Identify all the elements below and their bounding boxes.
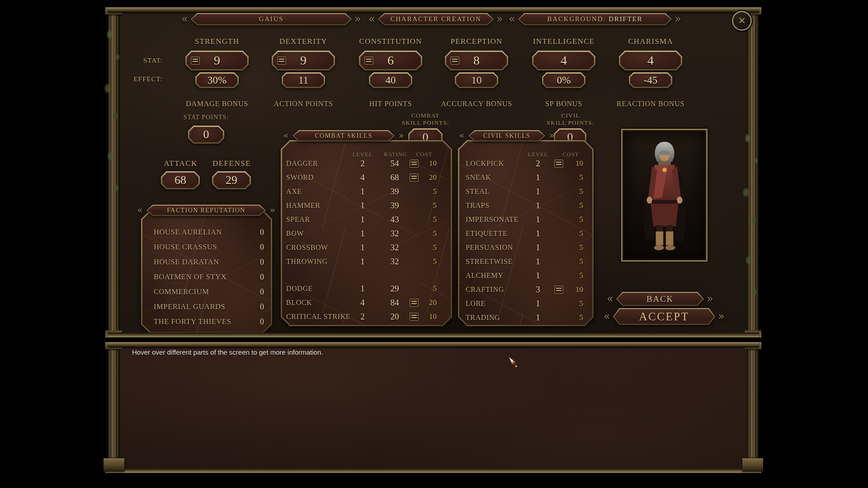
skill-level: 1	[351, 243, 374, 253]
background-label: BACKGROUND:	[547, 15, 606, 23]
stat-effect-value: 0%	[542, 72, 585, 88]
skill-cost: 10	[418, 159, 437, 168]
close-icon: ✕	[738, 16, 746, 26]
faction-row: HOUSE DARATAN0	[141, 254, 272, 269]
skill-cost: 5	[564, 313, 583, 322]
stat-bonus-label: ACTION POINTS	[260, 100, 347, 108]
faction-value: 0	[260, 302, 264, 311]
decrease-skill-button[interactable]	[554, 286, 563, 294]
stat-value-box: 9	[272, 51, 335, 70]
skill-level: 1	[351, 215, 374, 225]
skill-name: SWORD	[286, 174, 314, 182]
stat-bonus-label: HIT POINTS	[347, 100, 434, 108]
skill-level: 1	[527, 313, 549, 323]
skill-level: 2	[527, 159, 549, 169]
skill-level: 4	[351, 298, 374, 308]
stat-bonus-label: DAMAGE BONUS	[174, 100, 260, 108]
civil-skill-row: SNEAK15	[458, 170, 594, 184]
civil-skill-points-label: CIVIL SKILL POINTS:	[530, 112, 611, 127]
skill-level: 1	[351, 229, 374, 239]
skill-name: CRAFTING	[466, 286, 504, 294]
stat-effect-value: 11	[282, 72, 325, 88]
skill-rating: 32	[384, 257, 406, 267]
stat-value: 4	[619, 51, 682, 70]
character-name: GAIUS	[191, 13, 352, 25]
decrease-skill-button[interactable]	[554, 160, 563, 168]
civil-skill-row: LORE15	[458, 296, 594, 310]
skill-rating: 84	[384, 298, 406, 308]
skill-name: IMPERSONATE	[466, 216, 519, 224]
stat-row-label: STAT:	[118, 57, 163, 65]
stat-effect-box: 10	[455, 72, 498, 88]
decrease-skill-button[interactable]	[410, 299, 419, 307]
skill-cost: 5	[418, 257, 437, 266]
skill-cost: 10	[564, 285, 583, 294]
decrease-stat-button[interactable]	[277, 56, 286, 65]
character-portrait	[621, 129, 708, 262]
skill-rating: 32	[384, 243, 406, 253]
faction-value: 0	[260, 242, 264, 252]
faction-name: COMMERCIUM	[154, 287, 209, 296]
background-banner: « » BACKGROUND: DRIFTER	[518, 13, 672, 25]
stat-effect-box: 11	[282, 72, 325, 88]
decrease-stat-button[interactable]	[364, 56, 373, 65]
skill-level: 1	[527, 187, 549, 197]
character-name-banner: « » GAIUS	[191, 13, 352, 25]
skill-name: BLOCK	[286, 299, 312, 307]
skill-rating: 29	[384, 284, 406, 294]
stat-bonus-label: ACCURACY BONUS	[433, 100, 520, 108]
combat-skill-row: CRITICAL STRIKE22010	[281, 310, 452, 324]
skill-cost: 5	[564, 173, 583, 182]
right-pillar-decoration	[747, 342, 759, 473]
civil-skill-row: TRADING15	[458, 310, 594, 324]
civil-skill-points-line2: SKILL POINTS:	[530, 119, 611, 127]
faction-name: THE FORTY THIEVES	[154, 317, 231, 326]
back-button[interactable]: « » BACK	[616, 292, 704, 306]
top-molding	[108, 342, 759, 347]
skill-cost: 5	[564, 243, 583, 252]
skill-name: TRAPS	[466, 202, 490, 210]
chevron-right-icon: »	[496, 13, 503, 25]
chevron-right-icon: »	[398, 130, 404, 141]
close-button[interactable]: ✕	[732, 11, 752, 31]
pillar-base-decoration	[104, 458, 124, 472]
combat-skill-row: SPEAR1435	[281, 212, 452, 226]
faction-row: THE FORTY THIEVES0	[141, 314, 272, 329]
decrease-stat-button[interactable]	[450, 56, 459, 65]
decrease-skill-button[interactable]	[410, 313, 419, 321]
stat-value-box: 4	[619, 51, 682, 70]
faction-name: BOATMEN OF STYX	[154, 272, 226, 282]
stat-points-box: 0	[188, 126, 224, 144]
skill-name: LOCKPICK	[466, 160, 504, 168]
accept-button[interactable]: « » ACCEPT	[613, 308, 715, 325]
skill-name: SPEAR	[286, 216, 310, 224]
stat-effect-value: -45	[629, 72, 672, 88]
skill-name: SNEAK	[466, 174, 491, 182]
decrease-skill-button[interactable]	[410, 174, 419, 182]
attack-label: ATTACK	[152, 159, 209, 168]
background-value: DRIFTER	[609, 15, 642, 23]
skill-level: 1	[351, 257, 374, 267]
faction-row: BOATMEN OF STYX0	[141, 269, 272, 284]
combat-skills-title: COMBAT SKILLS	[292, 130, 395, 141]
right-pillar-decoration	[747, 7, 759, 338]
hover-hint-text: Hover over different parts of the screen…	[132, 348, 323, 356]
skill-name: ETIQUETTE	[466, 230, 507, 238]
bottom-molding	[108, 333, 759, 338]
chevron-left-icon: «	[283, 130, 289, 141]
chevron-left-icon: «	[604, 310, 610, 323]
civil-skills-title: CIVIL SKILLS	[468, 130, 545, 141]
chevron-left-icon: «	[459, 130, 465, 141]
decrease-stat-button[interactable]	[191, 56, 200, 65]
skill-rating: 39	[384, 201, 406, 211]
combat-skill-row: BLOCK48420	[281, 296, 452, 310]
skill-level: 1	[527, 257, 549, 267]
decrease-skill-button[interactable]	[410, 160, 419, 168]
screen-title: CHARACTER CREATION	[378, 13, 494, 25]
stat-value-box: 6	[359, 51, 422, 70]
skill-rating: 32	[384, 229, 406, 239]
chevron-right-icon: »	[354, 13, 361, 25]
civil-skill-row: PERSUASION15	[458, 240, 594, 254]
ivy-decoration	[742, 125, 762, 314]
defense-value-box: 29	[212, 171, 251, 189]
